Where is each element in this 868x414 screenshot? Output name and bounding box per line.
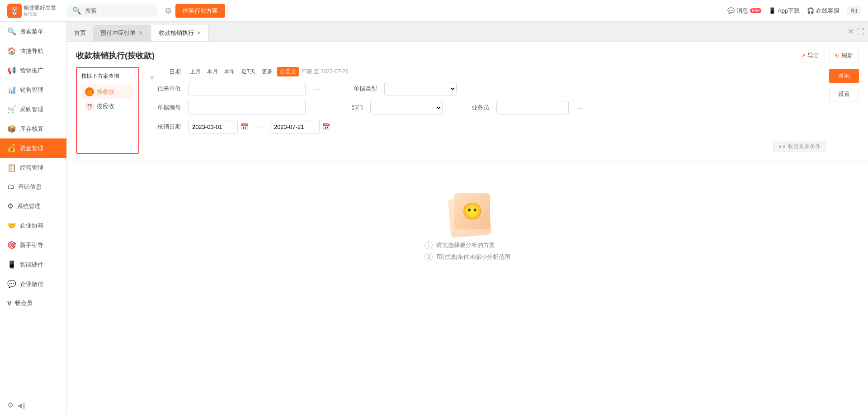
guide-icon: 🎯 xyxy=(7,241,16,249)
sidebar-item-marketing[interactable]: 📢 营销推广 xyxy=(0,61,66,80)
search-input[interactable] xyxy=(85,7,152,14)
settings-icon-btn[interactable]: ⚙ xyxy=(7,401,14,409)
date-custom[interactable]: 自定义 xyxy=(277,67,299,76)
counterparty-more-icon[interactable]: ··· xyxy=(313,84,320,94)
app-edition: 标准版 xyxy=(24,11,56,17)
corp-icon: 🤝 xyxy=(7,221,16,230)
query-button[interactable]: 查询 xyxy=(829,69,859,83)
sidebar-item-corp[interactable]: 🤝 企业协同 xyxy=(0,216,66,235)
docno-input[interactable] xyxy=(188,101,306,114)
system-icon: ⚙ xyxy=(7,202,14,210)
sidebar-label-corp: 企业协同 xyxy=(20,222,43,230)
date-last-month[interactable]: 上月 xyxy=(188,67,203,76)
date-more[interactable]: 更多 xyxy=(260,67,274,76)
tab-receivable-label: 收款核销执行 xyxy=(159,29,194,37)
filter-collapse-arrow[interactable]: « xyxy=(148,71,156,83)
finance-icon: 💰 xyxy=(7,144,16,152)
top-bar-right: 💬 消息 99+ 📱 App下载 🎧 在线客服 Rit xyxy=(727,6,861,15)
sidebar-label-wechat: 企业微信 xyxy=(20,280,43,288)
filter-main: 日期 上月 本月 本年 近7天 更多 自定义 不限 至 2023-07-26 xyxy=(156,67,859,154)
dept-select[interactable] xyxy=(370,101,443,114)
sidebar-item-inventory[interactable]: 📦 库存核算 xyxy=(0,119,66,138)
member-icon: V xyxy=(7,300,11,307)
refresh-icon: ↻ xyxy=(835,52,840,59)
online-service-area[interactable]: 🎧 在线客服 xyxy=(807,7,840,15)
brand-logo-area: 🐰 畅捷通好生意 标准版 xyxy=(7,4,56,18)
dept-label: 部门 xyxy=(338,104,363,112)
empty-tips: 1 请先选择要分析的方案 2 用[过滤]条件来缩小分析范围 xyxy=(425,241,510,261)
verify-date-end-cal-icon[interactable]: 📅 xyxy=(322,123,330,130)
header-actions: ↗ 导出 ↻ 刷新 xyxy=(795,49,859,62)
sidebar-item-wechat[interactable]: 💬 企业微信 xyxy=(0,274,66,294)
basic-icon: 🗂 xyxy=(7,183,14,191)
tab-expand-icon[interactable]: ⛶ xyxy=(857,28,864,36)
tab-receivable[interactable]: 收款核销执行 ✕ xyxy=(151,25,209,41)
sidebar: 🔍 搜索菜单 🏠 快捷导航 📢 营销推广 📊 销售管理 🛒 采购管理 📦 库存核… xyxy=(0,22,67,414)
sidebar-item-search[interactable]: 🔍 搜索菜单 xyxy=(0,22,66,41)
gear-button[interactable]: ⚙ xyxy=(161,4,175,18)
tip-num-1: 1 xyxy=(425,241,433,249)
tip-num-2: 2 xyxy=(425,253,433,261)
tab-bar: 首页 预付冲应付单 ✕ 收款核销执行 ✕ ✕ ⛶ xyxy=(67,22,868,42)
sidebar-item-purchase[interactable]: 🛒 采购管理 xyxy=(0,100,66,119)
sidebar-item-guide[interactable]: 🎯 新手引导 xyxy=(0,235,66,255)
date-this-year[interactable]: 本年 xyxy=(222,67,237,76)
verify-date-start-cal-icon[interactable]: 📅 xyxy=(241,123,248,130)
tab-home[interactable]: 首页 xyxy=(67,25,93,41)
sidebar-item-finance[interactable]: 💰 资金管理 xyxy=(0,138,66,158)
verifydate-label: 核销日期 xyxy=(156,123,181,131)
main-layout: 🔍 搜索菜单 🏠 快捷导航 📢 营销推广 📊 销售管理 🛒 采购管理 📦 库存核… xyxy=(0,22,868,414)
tab-receivable-close[interactable]: ✕ xyxy=(197,30,201,36)
date-7days[interactable]: 近7天 xyxy=(240,67,257,76)
tab-close-all-icon[interactable]: ✕ xyxy=(848,27,854,36)
sidebar-item-quicknav[interactable]: 🏠 快捷导航 xyxy=(0,41,66,61)
collapse-bar: ∧∧ 收起更多条件 xyxy=(156,139,826,154)
filter-option-by-receivable[interactable]: ⏰ 按应收 xyxy=(81,99,134,114)
verify-date-end-input[interactable] xyxy=(270,120,320,133)
counterparty-label: 往来单位 xyxy=(156,85,181,93)
industry-button[interactable]: 体验行业方案 xyxy=(175,4,225,18)
empty-tip-2-text: 用[过滤]条件来缩小分析范围 xyxy=(436,253,510,261)
app-download-area[interactable]: 📱 App下载 xyxy=(769,7,800,15)
date-range-text: 不限 至 2023-07-26 xyxy=(302,68,349,76)
tab-prepay[interactable]: 预付冲应付单 ✕ xyxy=(93,25,151,41)
collapse-arrow-icon: ∧∧ xyxy=(778,143,786,150)
search-area[interactable]: 🔍 xyxy=(67,5,157,17)
staff-input[interactable] xyxy=(496,101,569,114)
setting-button[interactable]: 设置 xyxy=(829,87,859,101)
filter-option-receivable-label: 按应收 xyxy=(97,102,114,110)
sidebar-item-system[interactable]: ⚙ 系统管理 xyxy=(0,196,66,216)
sidebar-item-operation[interactable]: 📋 经营管理 xyxy=(0,158,66,177)
marketing-icon: 📢 xyxy=(7,66,16,75)
verify-date-start-input[interactable] xyxy=(188,120,238,133)
sidebar-label-guide: 新手引导 xyxy=(20,241,43,249)
counterparty-input[interactable] xyxy=(188,82,306,95)
username-area[interactable]: Rit xyxy=(847,6,861,15)
sidebar-label-purchase: 采购管理 xyxy=(20,105,43,114)
date-this-month[interactable]: 本月 xyxy=(205,67,220,76)
refresh-button[interactable]: ↻ 刷新 xyxy=(829,49,859,62)
sidebar-item-basic[interactable]: 🗂 基础信息 xyxy=(0,177,66,196)
messages-label: 消息 xyxy=(736,7,748,15)
collapse-conditions-btn[interactable]: ∧∧ 收起更多条件 xyxy=(773,141,826,152)
export-button[interactable]: ↗ 导出 xyxy=(795,49,825,62)
filter-option-by-receipt[interactable]: 💰 按收款 xyxy=(81,85,134,99)
receivable-icon: ⏰ xyxy=(85,102,94,111)
sidebar-item-sales[interactable]: 📊 销售管理 xyxy=(0,80,66,100)
sidebar-item-member[interactable]: V 畅会员 xyxy=(0,294,66,313)
collapse-sidebar-btn[interactable]: ◀‖ xyxy=(17,402,25,409)
messages-area[interactable]: 💬 消息 99+ xyxy=(727,7,761,15)
tab-prepay-close[interactable]: ✕ xyxy=(138,30,143,36)
filter-panel: 按以下方案查询 💰 按收款 ⏰ 按应收 « xyxy=(67,67,868,162)
staff-more-icon[interactable]: ··· xyxy=(576,103,583,113)
page-content: 收款核销执行(按收款) ↗ 导出 ↻ 刷新 xyxy=(67,42,868,414)
purchase-icon: 🛒 xyxy=(7,105,16,114)
sidebar-item-hardware[interactable]: 📱 智能硬件 xyxy=(0,255,66,274)
collapse-conditions-label: 收起更多条件 xyxy=(788,143,821,150)
sidebar-label-quicknav: 快捷导航 xyxy=(20,47,43,55)
doctype-select[interactable] xyxy=(384,82,457,95)
headset-icon: 🎧 xyxy=(807,7,814,14)
sidebar-bottom: ⚙ ◀‖ xyxy=(0,396,66,414)
search-menu-icon: 🔍 xyxy=(7,27,16,36)
staff-label: 业务员 xyxy=(464,104,489,112)
